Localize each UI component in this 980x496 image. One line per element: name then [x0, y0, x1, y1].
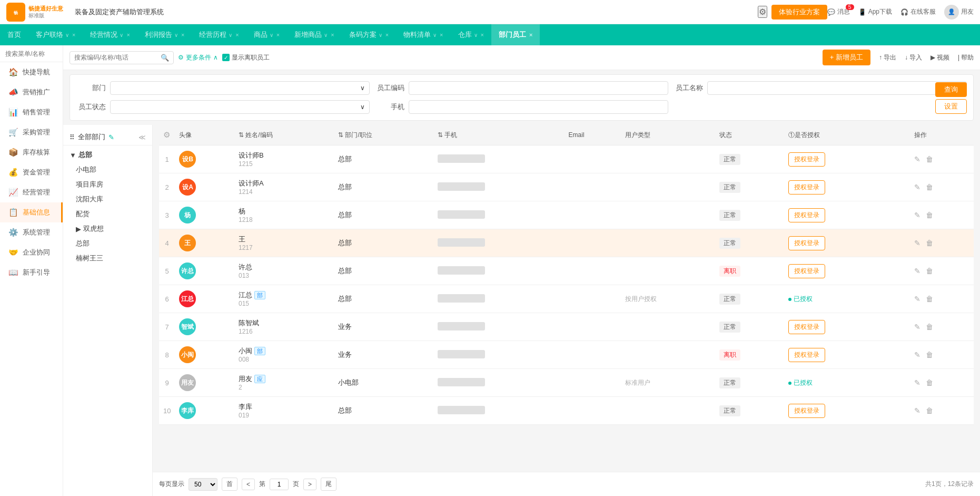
tab-operation[interactable]: 经营情况 ∨×: [83, 24, 137, 45]
dept-edit-icon[interactable]: ✎: [108, 133, 114, 141]
grant-btn[interactable]: 授权登录: [788, 348, 825, 362]
tree-node-zongbu[interactable]: 总部: [63, 236, 152, 251]
grant-btn[interactable]: 授权登录: [788, 208, 825, 222]
row-edit-btn[interactable]: ✎: [914, 239, 920, 247]
export-btn[interactable]: ↑ 导出: [879, 53, 896, 62]
page-prev-btn[interactable]: <: [242, 479, 255, 490]
empname-input[interactable]: [707, 81, 967, 95]
tree-node-xiangmu[interactable]: 项目库房: [63, 177, 152, 192]
page-next-btn[interactable]: >: [303, 479, 316, 490]
row-usertype: [621, 145, 715, 173]
grant-btn[interactable]: 授权登录: [788, 404, 825, 418]
row-delete-btn[interactable]: 🗑: [926, 406, 933, 415]
row-delete-btn[interactable]: 🗑: [926, 295, 933, 303]
row-delete-btn[interactable]: 🗑: [926, 211, 933, 219]
import-btn[interactable]: ↓ 导入: [905, 53, 922, 62]
page-last-btn[interactable]: 尾: [321, 478, 336, 491]
show-resigned-toggle[interactable]: ✓ 显示离职员工: [222, 53, 270, 62]
tab-history[interactable]: 经营历程 ∨×: [192, 24, 246, 45]
settings-btn[interactable]: ⚙: [758, 6, 767, 18]
tree-node-nanshu[interactable]: 楠树王三: [63, 251, 152, 266]
row-edit-btn[interactable]: ✎: [914, 211, 920, 219]
sidebar-search-input[interactable]: [5, 50, 63, 57]
page-size-select[interactable]: 50 100: [189, 478, 217, 491]
row-delete-btn[interactable]: 🗑: [926, 183, 933, 191]
row-ops: ✎ 🗑: [910, 257, 974, 285]
tab-customer[interactable]: 客户联络 ∨×: [28, 24, 83, 45]
more-filter-btn[interactable]: ⚙ 更多条件 ∧: [178, 53, 218, 62]
tab-bom[interactable]: 物料清单 ∨×: [396, 24, 450, 45]
grant-btn[interactable]: 授权登录: [788, 180, 825, 194]
grant-btn[interactable]: 授权登录: [788, 152, 825, 167]
page-first-btn[interactable]: 首: [222, 478, 237, 491]
grant-btn[interactable]: 授权登录: [788, 264, 825, 278]
tab-barcode[interactable]: 条码方案 ∨×: [342, 24, 396, 45]
row-edit-btn[interactable]: ✎: [914, 155, 920, 163]
tree-node-parent-hq[interactable]: ▼ 总部: [63, 148, 152, 162]
sidebar-item-finance[interactable]: 💰 资金管理: [0, 162, 63, 182]
reset-btn[interactable]: 设置: [935, 99, 967, 114]
help-btn[interactable]: | 帮助: [958, 53, 974, 62]
row-edit-btn[interactable]: ✎: [914, 378, 920, 387]
tree-node-xiaodibu[interactable]: 小电部: [63, 162, 152, 177]
sidebar-item-quicknav[interactable]: 🏠 快捷导航: [0, 62, 63, 82]
row-ops: ✎ 🗑: [910, 145, 974, 173]
tree-node-shuanghu[interactable]: ▶ 双虎想: [63, 221, 152, 236]
empcode-input[interactable]: [409, 81, 668, 95]
sidebar-search[interactable]: 🔍: [0, 45, 63, 62]
grant-btn[interactable]: 授权登录: [788, 236, 825, 250]
row-edit-btn[interactable]: ✎: [914, 267, 920, 275]
sidebar-item-bizmanage[interactable]: 📈 经营管理: [0, 182, 63, 202]
row-delete-btn[interactable]: 🗑: [926, 267, 933, 275]
tree-node-peihuo[interactable]: 配货: [63, 207, 152, 221]
query-btn[interactable]: 查询: [935, 82, 967, 97]
col-phone[interactable]: ⇅ 手机: [433, 125, 564, 145]
sidebar-item-marketing[interactable]: 📣 营销推广: [0, 82, 63, 102]
sidebar-item-inventory[interactable]: 📦 库存核算: [0, 142, 63, 162]
tab-warehouse[interactable]: 仓库 ∨×: [451, 24, 491, 45]
resigned-checkbox[interactable]: ✓: [222, 54, 230, 61]
sidebar: 🔍 🏠 快捷导航 📣 营销推广 📊 销售管理 🛒 采购管理 📦 库存核算 💰 资…: [0, 45, 63, 496]
sidebar-item-collab[interactable]: 🤝 企业协同: [0, 242, 63, 262]
row-edit-btn[interactable]: ✎: [914, 406, 920, 415]
page-input[interactable]: [270, 479, 289, 490]
sidebar-item-purchase[interactable]: 🛒 采购管理: [0, 122, 63, 142]
row-avatar: 智斌: [175, 313, 234, 341]
dept-select[interactable]: ∨: [110, 81, 370, 95]
row-delete-btn[interactable]: 🗑: [926, 323, 933, 331]
tab-goods[interactable]: 商品 ∨×: [246, 24, 287, 45]
row-delete-btn[interactable]: 🗑: [926, 155, 933, 163]
row-avatar: 江总: [175, 285, 234, 313]
row-delete-btn[interactable]: 🗑: [926, 378, 933, 387]
phone-input[interactable]: [409, 100, 668, 114]
trial-btn[interactable]: 体验行业方案: [771, 5, 827, 20]
status-select[interactable]: ∨: [110, 100, 370, 114]
tab-profit[interactable]: 利润报告 ∨×: [137, 24, 192, 45]
row-edit-btn[interactable]: ✎: [914, 295, 920, 303]
add-employee-btn[interactable]: + 新增员工: [823, 50, 870, 65]
sidebar-item-guide[interactable]: 📖 新手引导: [0, 262, 63, 283]
tree-node-shenyang[interactable]: 沈阳大库: [63, 192, 152, 207]
sidebar-item-sysmanage[interactable]: ⚙️ 系统管理: [0, 222, 63, 242]
row-edit-btn[interactable]: ✎: [914, 323, 920, 331]
msg-action[interactable]: 💬 消息 5: [827, 7, 850, 16]
col-dept[interactable]: ⇅ 部门/职位: [334, 125, 433, 145]
dept-collapse-icon[interactable]: ≪: [138, 133, 146, 141]
online-service-action[interactable]: 🎧 在线客服: [900, 7, 936, 16]
sidebar-item-basicinfo[interactable]: 📋 基础信息: [0, 202, 63, 222]
col-name[interactable]: ⇅ 姓名/编码: [234, 125, 334, 145]
sidebar-item-sales[interactable]: 📊 销售管理: [0, 102, 63, 122]
user-action[interactable]: 👤 用友: [944, 5, 974, 20]
tab-newgoods[interactable]: 新增商品 ∨×: [287, 24, 341, 45]
tab-home[interactable]: 首页: [0, 24, 28, 45]
tab-employees[interactable]: 部门员工 ×: [491, 24, 540, 45]
row-delete-btn[interactable]: 🗑: [926, 239, 933, 247]
video-btn[interactable]: ▶ 视频: [930, 53, 949, 62]
row-delete-btn[interactable]: 🗑: [926, 351, 933, 359]
app-download-action[interactable]: 📱 App下载: [858, 7, 892, 16]
row-edit-btn[interactable]: ✎: [914, 183, 920, 191]
table-settings-icon[interactable]: ⚙: [163, 130, 170, 139]
search-input[interactable]: [74, 54, 159, 61]
row-edit-btn[interactable]: ✎: [914, 351, 920, 359]
grant-btn[interactable]: 授权登录: [788, 320, 825, 334]
